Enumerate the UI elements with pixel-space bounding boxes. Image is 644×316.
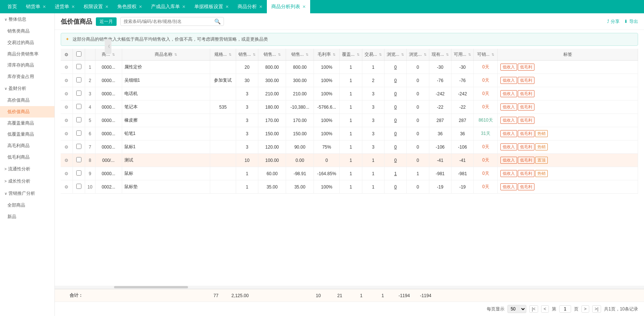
row-view1[interactable]: 0 bbox=[384, 154, 406, 167]
sidebar-item-high-coverage[interactable]: 高覆盖量商品 bbox=[0, 118, 54, 129]
first-page-button[interactable]: |< bbox=[529, 305, 538, 313]
sidebar-group-overall[interactable]: ∨ 整体信息 bbox=[0, 13, 54, 26]
close-icon[interactable]: ✕ bbox=[71, 0, 75, 13]
col-sellable[interactable]: 可销... ⇅ bbox=[474, 49, 498, 61]
col-coverage[interactable]: 覆盖... ⇅ bbox=[340, 49, 362, 61]
row-settings[interactable]: ⚙ bbox=[61, 87, 73, 101]
close-icon[interactable]: ✕ bbox=[139, 0, 142, 13]
export-button[interactable]: ⬇ 导出 bbox=[624, 18, 638, 25]
row-view1[interactable]: 0 bbox=[384, 140, 406, 154]
search-input[interactable] bbox=[124, 19, 212, 24]
prev-page-button[interactable]: < bbox=[541, 305, 549, 313]
close-icon[interactable]: ✕ bbox=[259, 0, 262, 13]
search-icon[interactable]: 🔍 bbox=[214, 18, 221, 24]
row-checkbox[interactable] bbox=[73, 127, 85, 140]
gear-icon[interactable]: ⚙ bbox=[64, 52, 68, 57]
sidebar-item-high-margin[interactable]: 高毛利商品 bbox=[0, 140, 54, 152]
row-select-checkbox[interactable] bbox=[75, 184, 83, 189]
row-view1[interactable]: 1 bbox=[384, 167, 406, 180]
row-checkbox[interactable] bbox=[73, 74, 85, 87]
row-settings[interactable]: ⚙ bbox=[61, 61, 73, 74]
row-checkbox[interactable] bbox=[73, 61, 85, 74]
sidebar-group-profit[interactable]: ∨ 盈财分析 bbox=[0, 82, 54, 95]
sidebar-item-traded-goods[interactable]: 交易过的商品 bbox=[0, 37, 54, 48]
time-filter-button[interactable]: 近一月 bbox=[96, 17, 117, 26]
col-current[interactable]: 现有... ⇅ bbox=[429, 49, 451, 61]
gear-icon[interactable]: ⚙ bbox=[64, 131, 68, 136]
sidebar-group-liquidity[interactable]: > 流通性分析 bbox=[0, 163, 54, 175]
row-settings[interactable]: ⚙ bbox=[61, 154, 73, 167]
sidebar-collapse-button[interactable]: 《 bbox=[105, 39, 111, 54]
gear-icon[interactable]: ⚙ bbox=[64, 105, 68, 110]
row-settings[interactable]: ⚙ bbox=[61, 180, 73, 194]
row-view1[interactable]: 0 bbox=[384, 101, 406, 114]
col-available[interactable]: 可用... ⇅ bbox=[451, 49, 473, 61]
col-name[interactable]: 商品名称 ⇅ bbox=[122, 49, 210, 61]
sidebar-item-category-rate[interactable]: 商品分类销售率 bbox=[0, 48, 54, 60]
page-input[interactable] bbox=[559, 305, 571, 313]
col-transaction[interactable]: 交易... ⇅ bbox=[362, 49, 384, 61]
row-checkbox[interactable] bbox=[73, 140, 85, 154]
sidebar-group-marketing[interactable]: ∨ 营销推广分析 bbox=[0, 187, 54, 200]
sidebar-group-growth[interactable]: > 成长性分析 bbox=[0, 175, 54, 187]
gear-icon[interactable]: ⚙ bbox=[64, 78, 68, 83]
col-sales-profit[interactable]: 销售... ⇅ bbox=[286, 49, 314, 61]
close-icon[interactable]: ✕ bbox=[105, 0, 108, 13]
sidebar-item-high-value[interactable]: 高价值商品 bbox=[0, 95, 54, 106]
select-all-checkbox[interactable] bbox=[76, 51, 81, 57]
row-view1[interactable]: 0 bbox=[384, 87, 406, 101]
row-settings[interactable]: ⚙ bbox=[61, 114, 73, 127]
gear-icon[interactable]: ⚙ bbox=[64, 158, 68, 163]
nav-home[interactable]: 首页 bbox=[3, 0, 21, 13]
row-checkbox[interactable] bbox=[73, 180, 85, 194]
sidebar-item-low-value[interactable]: 低价值商品 bbox=[0, 106, 54, 118]
row-view1[interactable]: 0 bbox=[384, 127, 406, 140]
close-icon[interactable]: ✕ bbox=[43, 0, 46, 13]
nav-permission[interactable]: 权限设置 ✕ bbox=[79, 0, 113, 13]
gear-icon[interactable]: ⚙ bbox=[64, 184, 68, 190]
nav-product-analysis[interactable]: 商品分析 ✕ bbox=[233, 0, 267, 13]
row-checkbox[interactable] bbox=[73, 167, 85, 180]
row-view1[interactable]: 0 bbox=[384, 114, 406, 127]
row-checkbox[interactable] bbox=[73, 87, 85, 101]
row-select-checkbox[interactable] bbox=[75, 91, 83, 96]
col-sales-amt[interactable]: 销售... ⇅ bbox=[258, 49, 286, 61]
row-select-checkbox[interactable] bbox=[75, 157, 83, 162]
last-page-button[interactable]: >| bbox=[592, 305, 601, 313]
nav-role-auth[interactable]: 角色授权 ✕ bbox=[113, 0, 147, 13]
sidebar-item-low-margin[interactable]: 低毛利商品 bbox=[0, 152, 54, 163]
col-sales-qty[interactable]: 销售... ⇅ bbox=[236, 49, 258, 61]
sidebar-item-inventory-funds[interactable]: 库存资金占用 bbox=[0, 71, 54, 82]
nav-product-inbound[interactable]: 产成品入库单 ✕ bbox=[147, 0, 190, 13]
row-checkbox[interactable] bbox=[73, 101, 85, 114]
next-page-button[interactable]: > bbox=[581, 305, 589, 313]
col-view2[interactable]: 浏览... ⇅ bbox=[407, 49, 429, 61]
col-spec[interactable]: 规格... ⇅ bbox=[210, 49, 236, 61]
sidebar-item-sales-goods[interactable]: 销售类商品 bbox=[0, 26, 54, 37]
sidebar-item-low-coverage[interactable]: 低覆盖量商品 bbox=[0, 129, 54, 140]
settings-header[interactable]: ⚙ bbox=[61, 49, 73, 61]
row-select-checkbox[interactable] bbox=[75, 77, 83, 82]
row-checkbox[interactable] bbox=[73, 154, 85, 167]
row-select-checkbox[interactable] bbox=[75, 117, 83, 122]
nav-template[interactable]: 单据模板设置 ✕ bbox=[190, 0, 233, 13]
row-select-checkbox[interactable] bbox=[75, 130, 83, 136]
col-margin[interactable]: 毛利率 ⇅ bbox=[314, 49, 340, 61]
row-select-checkbox[interactable] bbox=[75, 170, 83, 176]
gear-icon[interactable]: ⚙ bbox=[64, 118, 68, 123]
row-settings[interactable]: ⚙ bbox=[61, 167, 73, 180]
row-view1[interactable]: 0 bbox=[384, 180, 406, 194]
gear-icon[interactable]: ⚙ bbox=[64, 65, 68, 70]
gear-icon[interactable]: ⚙ bbox=[64, 91, 68, 96]
row-checkbox[interactable] bbox=[73, 114, 85, 127]
row-settings[interactable]: ⚙ bbox=[61, 140, 73, 154]
nav-sales-order[interactable]: 销货单 ✕ bbox=[21, 0, 50, 13]
scrollbar-thumb[interactable] bbox=[114, 286, 188, 288]
col-tags[interactable]: 标签 bbox=[498, 49, 638, 61]
sidebar-item-all-goods[interactable]: 全部商品 bbox=[0, 200, 54, 211]
share-button[interactable]: ⤴ 分享 bbox=[607, 18, 620, 25]
close-icon[interactable]: ✕ bbox=[225, 0, 229, 13]
row-settings[interactable]: ⚙ bbox=[61, 101, 73, 114]
row-view1[interactable]: 0 bbox=[384, 74, 406, 87]
gear-icon[interactable]: ⚙ bbox=[64, 145, 68, 150]
